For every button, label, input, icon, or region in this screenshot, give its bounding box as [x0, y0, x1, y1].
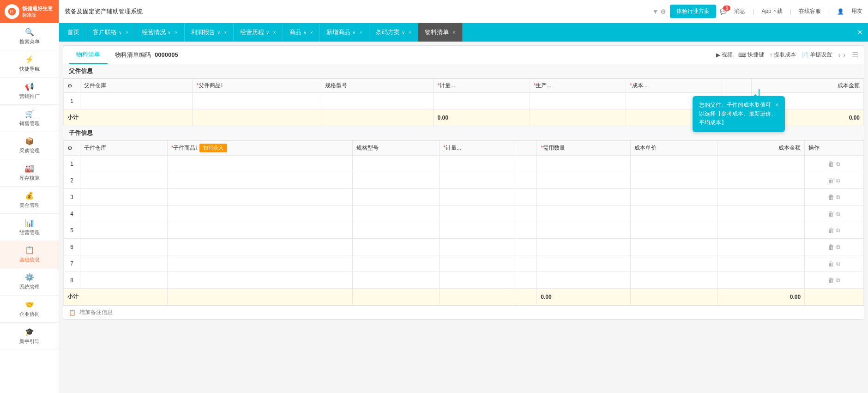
parent-row-1-warehouse[interactable]	[80, 93, 193, 109]
message-icon-wrap[interactable]: 💬 6	[720, 8, 727, 15]
child-row-8-goods[interactable]	[167, 272, 352, 289]
child-row-3-spec[interactable]	[352, 189, 440, 206]
child-row-6-qty-unit[interactable]	[440, 239, 514, 255]
tab-goods[interactable]: 商品 ∨ ×	[283, 23, 320, 42]
child-row-4-goods[interactable]	[167, 206, 352, 222]
parent-row-1-production[interactable]	[530, 93, 626, 109]
tab-close-all-icon[interactable]: ×	[857, 28, 862, 37]
child-row-5-spec[interactable]	[352, 222, 440, 239]
sub-tab-bom-list[interactable]: 物料清单	[69, 46, 108, 64]
sidebar-item-system[interactable]: ⚙️ 系统管理	[0, 268, 59, 296]
delete-icon-row-2[interactable]: 🗑	[828, 177, 834, 184]
tab-new-goods-close[interactable]: ×	[359, 30, 362, 35]
tab-profit-close[interactable]: ×	[224, 30, 227, 35]
child-row-5-warehouse[interactable]	[80, 222, 168, 239]
tab-bom-close[interactable]: ×	[452, 30, 455, 35]
tab-operations[interactable]: 经营情况 ∨ ×	[135, 23, 184, 42]
child-row-8-qty-unit[interactable]	[440, 272, 514, 289]
tab-home[interactable]: 首页	[61, 23, 86, 42]
child-row-1-warehouse[interactable]	[80, 156, 168, 172]
child-row-6-needed-qty[interactable]	[537, 239, 630, 255]
parent-row-1-qty[interactable]	[434, 93, 530, 109]
sidebar-item-purchase[interactable]: 📦 采购管理	[0, 132, 59, 159]
delete-icon-row-5[interactable]: 🗑	[828, 227, 834, 234]
delete-icon-row-1[interactable]: 🗑	[828, 160, 834, 168]
sidebar-item-inventory[interactable]: 🏭 库存核算	[0, 159, 59, 187]
copy-icon-row-5[interactable]: ⧉	[836, 227, 840, 234]
child-row-6-warehouse[interactable]	[80, 239, 168, 255]
sidebar-item-search[interactable]: 🔍 搜索菜单	[0, 23, 59, 50]
child-row-4-unit-cost[interactable]	[630, 206, 717, 222]
child-row-7-unit-cost[interactable]	[630, 255, 717, 272]
tab-bom[interactable]: 物料清单 ×	[418, 23, 462, 42]
bottom-hint[interactable]: 📋 增加备注信息	[63, 305, 864, 319]
child-row-7-qty-unit[interactable]	[440, 255, 514, 272]
child-row-6-unit-cost[interactable]	[630, 239, 717, 255]
copy-icon-row-6[interactable]: ⧉	[836, 244, 840, 250]
tooltip-close-button[interactable]: ×	[775, 101, 778, 109]
sidebar-item-sales[interactable]: 🛒 销售管理	[0, 105, 59, 132]
child-row-2-spec[interactable]	[352, 172, 440, 189]
tab-customers-close[interactable]: ×	[126, 30, 128, 35]
child-row-2-unit-cost[interactable]	[630, 172, 717, 189]
child-row-6-spec[interactable]	[352, 239, 440, 255]
parent-row-1-goods[interactable]	[193, 93, 321, 109]
child-row-8-unit-cost[interactable]	[630, 272, 717, 289]
child-row-6-goods[interactable]	[167, 239, 352, 255]
child-row-4-spec[interactable]	[352, 206, 440, 222]
view-action[interactable]: ▶ 视频	[716, 51, 733, 59]
tab-operations-close[interactable]: ×	[175, 30, 177, 35]
child-row-1-goods[interactable]	[167, 156, 352, 172]
next-arrow-icon[interactable]: ›	[842, 51, 846, 59]
sidebar-item-basic-info[interactable]: 📋 基础信息	[0, 241, 59, 268]
experience-button[interactable]: 体验行业方案	[670, 5, 716, 18]
sidebar-item-operations-mgr[interactable]: 📊 经营管理	[0, 214, 59, 241]
child-row-8-spec[interactable]	[352, 272, 440, 289]
delete-icon-row-6[interactable]: 🗑	[828, 243, 834, 251]
child-row-3-goods[interactable]	[167, 189, 352, 206]
sidebar-item-enterprise[interactable]: 🤝 企业协同	[0, 296, 59, 323]
tab-goods-close[interactable]: ×	[310, 30, 313, 35]
child-row-7-goods[interactable]	[167, 255, 352, 272]
copy-icon-row-4[interactable]: ⧉	[836, 211, 840, 217]
copy-icon-row-1[interactable]: ⧉	[836, 161, 840, 167]
child-row-7-spec[interactable]	[352, 255, 440, 272]
child-row-3-qty-unit[interactable]	[440, 189, 514, 206]
scan-button[interactable]: 扫码录入	[199, 144, 227, 152]
tab-history-close[interactable]: ×	[273, 30, 276, 35]
child-settings-gear-icon[interactable]: ⚙	[67, 145, 72, 151]
dropdown-arrow-icon[interactable]: ▼	[652, 8, 658, 15]
sidebar-item-guide[interactable]: 🎓 新手引导	[0, 323, 59, 350]
sidebar-item-marketing[interactable]: 📢 营销推广	[0, 78, 59, 105]
menu-icon[interactable]: ☰	[852, 50, 858, 59]
child-row-8-warehouse[interactable]	[80, 272, 168, 289]
child-row-2-warehouse[interactable]	[80, 172, 168, 189]
tab-history[interactable]: 经营历程 ∨ ×	[234, 23, 283, 42]
child-row-4-needed-qty[interactable]	[537, 206, 630, 222]
tab-barcode-close[interactable]: ×	[409, 30, 411, 35]
delete-icon-row-4[interactable]: 🗑	[828, 210, 834, 218]
delete-icon-row-8[interactable]: 🗑	[828, 277, 834, 284]
child-row-5-qty-unit[interactable]	[440, 222, 514, 239]
tab-profit[interactable]: 利润报告 ∨ ×	[185, 23, 234, 42]
child-row-3-needed-qty[interactable]	[537, 189, 630, 206]
sidebar-item-quick-nav[interactable]: ⚡ 快捷导航	[0, 50, 59, 78]
parent-row-1-spec[interactable]	[321, 93, 434, 109]
child-row-5-goods[interactable]	[167, 222, 352, 239]
prev-arrow-icon[interactable]: ‹	[838, 51, 842, 59]
child-row-1-needed-qty[interactable]	[537, 156, 630, 172]
copy-icon-row-7[interactable]: ⧉	[836, 260, 840, 267]
child-row-8-needed-qty[interactable]	[537, 272, 630, 289]
user-name[interactable]: 用友	[851, 7, 862, 15]
copy-icon-row-3[interactable]: ⧉	[836, 194, 840, 200]
child-row-1-spec[interactable]	[352, 156, 440, 172]
shortcut-action[interactable]: ⌨ 快捷键	[738, 51, 764, 59]
child-row-4-qty-unit[interactable]	[440, 206, 514, 222]
child-row-2-goods[interactable]	[167, 172, 352, 189]
copy-icon-row-8[interactable]: ⧉	[836, 277, 840, 284]
settings-icon[interactable]: ⚙	[660, 8, 666, 15]
copy-icon-row-2[interactable]: ⧉	[836, 177, 840, 184]
app-download[interactable]: App下载	[761, 7, 782, 15]
child-row-4-warehouse[interactable]	[80, 206, 168, 222]
child-row-3-unit-cost[interactable]	[630, 189, 717, 206]
